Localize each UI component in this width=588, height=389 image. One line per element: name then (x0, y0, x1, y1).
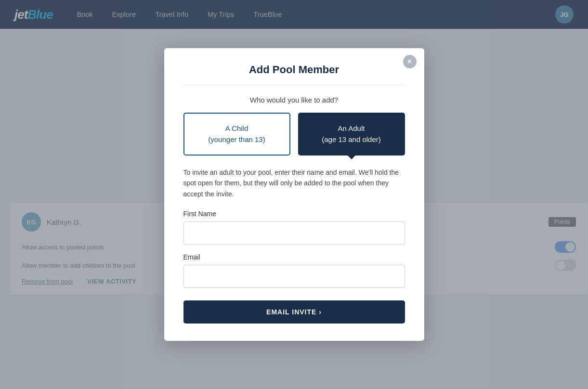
adult-type-button[interactable]: An Adult (age 13 and older) (298, 113, 405, 156)
adult-btn-line2: (age 13 and older) (322, 135, 381, 143)
add-pool-member-modal: × Add Pool Member Who would you like to … (164, 48, 424, 341)
child-type-button[interactable]: A Child (younger than 13) (183, 113, 290, 156)
modal-title: Add Pool Member (183, 64, 405, 76)
modal-subtitle: Who would you like to add? (183, 96, 405, 104)
email-invite-button[interactable]: EMAIL INVITE › (183, 300, 405, 324)
member-type-row: A Child (younger than 13) An Adult (age … (183, 113, 405, 156)
adult-btn-line1: An Adult (338, 124, 365, 132)
modal-overlay: × Add Pool Member Who would you like to … (0, 0, 588, 389)
child-btn-line2: (younger than 13) (208, 135, 265, 143)
modal-divider (183, 85, 405, 85)
email-input[interactable] (183, 265, 405, 288)
email-group: Email (183, 253, 405, 288)
modal-close-button[interactable]: × (403, 55, 417, 68)
invite-description: To invite an adult to your pool, enter t… (183, 167, 405, 199)
child-btn-line1: A Child (225, 124, 248, 132)
email-label: Email (183, 253, 405, 261)
first-name-label: First Name (183, 210, 405, 218)
first-name-input[interactable] (183, 221, 405, 245)
first-name-group: First Name (183, 210, 405, 245)
